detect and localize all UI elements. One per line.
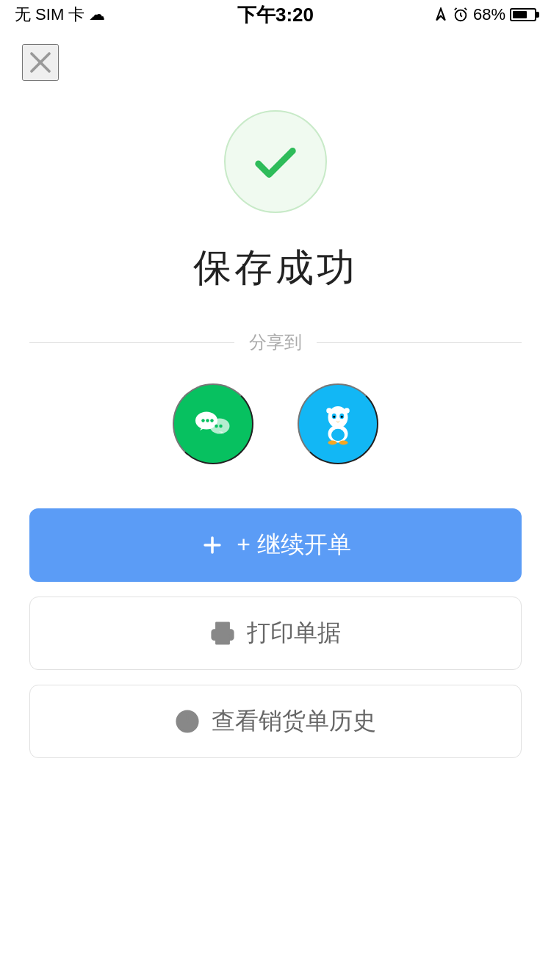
svg-point-6 (206, 419, 209, 422)
plus-icon (200, 533, 225, 558)
svg-point-17 (328, 441, 337, 445)
wechat-share-button[interactable] (173, 383, 253, 464)
status-right: 68% (433, 5, 536, 24)
wechat-icon (191, 402, 235, 446)
print-icon (210, 621, 235, 646)
close-area (0, 29, 551, 81)
history-icon (175, 709, 200, 734)
status-time: 下午3:20 (237, 2, 314, 28)
history-label: 查看销货单历史 (212, 705, 376, 738)
svg-point-5 (201, 419, 205, 422)
share-divider-row: 分享到 (29, 331, 522, 354)
status-bar: 无 SIM 卡 ☁ 下午3:20 68% (0, 0, 551, 29)
actions-section: + 继续开单 打印单据 查看销货单历史 (29, 508, 522, 758)
location-icon (433, 7, 448, 22)
qq-icon (316, 402, 360, 446)
svg-point-14 (341, 416, 343, 418)
share-line-left (29, 342, 234, 343)
svg-point-20 (344, 408, 350, 414)
battery-icon (510, 8, 536, 21)
svg-point-7 (210, 419, 214, 422)
continue-button[interactable]: + 继续开单 (29, 508, 522, 582)
share-line-right (317, 342, 522, 343)
svg-point-19 (326, 408, 332, 414)
history-button[interactable]: 查看销货单历史 (29, 685, 522, 758)
svg-rect-23 (217, 635, 229, 644)
qq-share-button[interactable] (298, 383, 378, 464)
svg-point-8 (215, 425, 218, 428)
status-left: 无 SIM 卡 ☁ (15, 4, 105, 26)
signal-text: 无 SIM 卡 ☁ (15, 4, 105, 26)
checkmark-icon (250, 136, 301, 187)
print-button[interactable]: 打印单据 (29, 597, 522, 670)
continue-label: + 继续开单 (237, 529, 351, 561)
battery-percent: 68% (473, 5, 505, 24)
main-content: 保存成功 分享到 (0, 81, 551, 980)
svg-point-16 (331, 429, 345, 442)
share-label: 分享到 (249, 331, 302, 354)
svg-point-9 (219, 425, 223, 428)
svg-point-13 (333, 416, 335, 418)
share-icons-row (29, 383, 522, 464)
alarm-icon (453, 7, 469, 23)
print-label: 打印单据 (247, 617, 341, 649)
svg-point-18 (339, 441, 348, 445)
success-title: 保存成功 (193, 242, 358, 294)
success-icon-circle (224, 110, 327, 213)
close-button[interactable] (22, 44, 59, 81)
share-section: 分享到 (29, 331, 522, 464)
